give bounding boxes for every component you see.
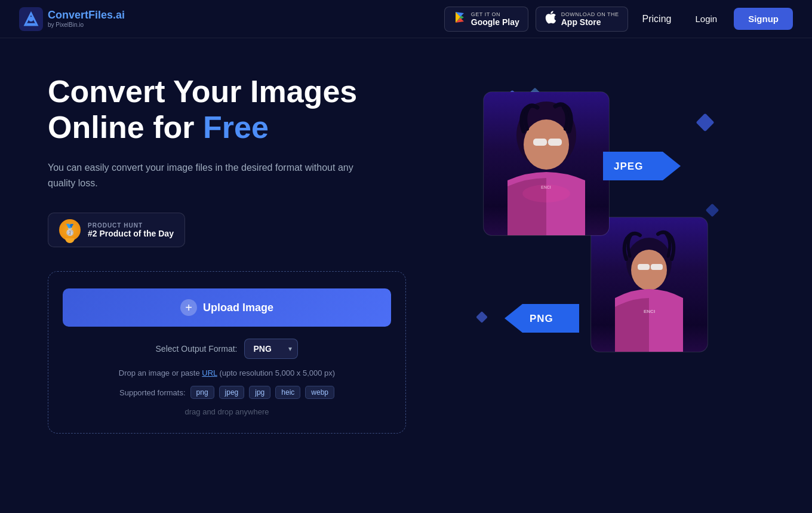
svg-rect-22 xyxy=(548,139,562,146)
svg-marker-27 xyxy=(663,152,681,180)
format-row: Select Output Format: PNG JPEG JPG WEBP … xyxy=(63,339,391,359)
upload-box: + Upload Image Select Output Format: PNG… xyxy=(48,271,406,434)
illustration: ENCI xyxy=(472,86,722,361)
svg-rect-8 xyxy=(706,204,719,217)
left-column: Convert Your Images Online for Free You … xyxy=(48,74,406,434)
navbar: ConvertFiles.ai by PixelBin.io GET IT ON… xyxy=(0,0,812,38)
svg-rect-13 xyxy=(638,264,650,270)
logo-main: ConvertFiles.ai xyxy=(48,10,125,21)
login-button[interactable]: Login xyxy=(685,9,727,29)
svg-point-12 xyxy=(631,250,667,290)
upload-image-button[interactable]: + Upload Image xyxy=(63,288,391,327)
format-tag-jpg: jpg xyxy=(249,386,270,399)
app-store-badge[interactable]: Download on the App Store xyxy=(536,7,628,32)
right-column: ENCI xyxy=(430,74,764,361)
hero-subtitle: You can easily convert your image files … xyxy=(48,160,358,192)
nav-right: GET IT ON Google Play Download on the Ap… xyxy=(444,7,793,32)
logo-icon xyxy=(19,7,43,31)
png-arrow: PNG xyxy=(505,304,579,333)
format-label: Select Output Format: xyxy=(156,344,238,354)
logo-text: ConvertFiles.ai by PixelBin.io xyxy=(48,10,125,28)
app-store-text: Download on the App Store xyxy=(561,11,619,27)
product-hunt-badge: 🥈 PRODUCT HUNT #2 Product of the Day xyxy=(48,213,185,247)
format-tag-webp: webp xyxy=(305,386,334,399)
pricing-link[interactable]: Pricing xyxy=(635,14,679,24)
bg-image-card: ENCI xyxy=(591,217,708,352)
apple-icon xyxy=(545,11,556,27)
upload-plus-icon: + xyxy=(180,299,197,316)
svg-rect-3 xyxy=(696,113,714,131)
fg-image-card: ENCI xyxy=(484,92,609,235)
svg-rect-6 xyxy=(476,311,488,323)
svg-point-25 xyxy=(522,185,570,202)
output-format-select[interactable]: PNG JPEG JPG WEBP HEIC GIF BMP TIFF xyxy=(244,339,298,359)
jpeg-arrow: JPEG xyxy=(603,152,681,180)
supported-label: Supported formats: xyxy=(119,388,186,397)
supported-formats-row: Supported formats: png jpeg jpg heic web… xyxy=(63,386,391,399)
format-select-wrapper: PNG JPEG JPG WEBP HEIC GIF BMP TIFF xyxy=(244,339,298,359)
drag-drop-text: drag and drop anywhere xyxy=(63,407,391,416)
svg-rect-21 xyxy=(533,139,547,146)
google-play-text: GET IT ON Google Play xyxy=(471,11,519,27)
logo-sub: by PixelBin.io xyxy=(48,21,125,28)
drop-url-row: Drop an image or paste URL (upto resolut… xyxy=(63,368,391,377)
svg-marker-29 xyxy=(505,304,522,333)
product-hunt-medal-icon: 🥈 xyxy=(59,219,81,241)
svg-text:PNG: PNG xyxy=(530,313,553,324)
svg-point-2 xyxy=(29,17,33,21)
svg-text:JPEG: JPEG xyxy=(614,161,643,172)
url-link[interactable]: URL xyxy=(202,368,217,377)
google-play-icon xyxy=(453,11,466,27)
format-tag-png: png xyxy=(190,386,214,399)
product-hunt-text: PRODUCT HUNT #2 Product of the Day xyxy=(88,222,174,238)
svg-rect-14 xyxy=(651,264,663,270)
signup-button[interactable]: Signup xyxy=(734,8,793,30)
logo-link[interactable]: ConvertFiles.ai by PixelBin.io xyxy=(19,7,125,31)
svg-text:ENCI: ENCI xyxy=(644,309,655,314)
main-content: Convert Your Images Online for Free You … xyxy=(0,38,812,457)
format-tag-heic: heic xyxy=(275,386,300,399)
format-tag-jpeg: jpeg xyxy=(219,386,245,399)
hero-title: Convert Your Images Online for Free xyxy=(48,74,406,146)
google-play-badge[interactable]: GET IT ON Google Play xyxy=(444,7,528,32)
illustration-svg: ENCI xyxy=(472,86,722,361)
